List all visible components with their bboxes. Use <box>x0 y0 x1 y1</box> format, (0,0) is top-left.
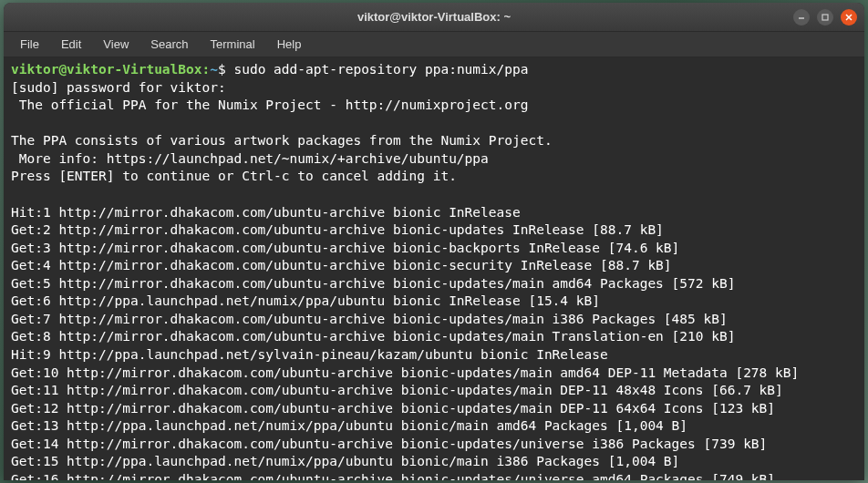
minimize-button[interactable] <box>793 9 810 26</box>
menu-edit[interactable]: Edit <box>52 35 90 54</box>
output-line <box>11 186 857 204</box>
prompt-separator: : <box>202 62 211 77</box>
menubar: File Edit View Search Terminal Help <box>4 32 864 57</box>
output-line: [sudo] password for viktor: <box>11 79 857 98</box>
maximize-icon <box>821 13 830 22</box>
prompt-path: ~ <box>210 62 218 77</box>
output-line: Get:2 http://mirror.dhakacom.com/ubuntu-… <box>11 221 857 240</box>
output-line <box>11 115 857 133</box>
menu-search[interactable]: Search <box>141 35 197 54</box>
output-line: Press [ENTER] to continue or Ctrl-c to c… <box>11 168 857 186</box>
output-line: More info: https://launchpad.net/~numix/… <box>11 150 857 169</box>
close-button[interactable] <box>841 9 857 26</box>
output-line: Get:7 http://mirror.dhakacom.com/ubuntu-… <box>11 311 857 329</box>
output-line: The PPA consists of various artwork pack… <box>11 132 857 150</box>
output-line: Get:6 http://ppa.launchpad.net/numix/ppa… <box>11 293 857 311</box>
prompt-symbol: $ <box>218 62 226 77</box>
menu-file[interactable]: File <box>11 35 48 54</box>
maximize-button[interactable] <box>817 9 833 26</box>
output-line: Get:3 http://mirror.dhakacom.com/ubuntu-… <box>11 240 857 258</box>
output-line: The official PPA for the Numix Project -… <box>11 97 857 115</box>
titlebar[interactable]: viktor@viktor-VirtualBox: ~ <box>4 3 864 32</box>
close-icon <box>844 13 853 22</box>
output-line: Get:15 http://ppa.launchpad.net/numix/pp… <box>11 453 857 471</box>
output-line: Get:10 http://mirror.dhakacom.com/ubuntu… <box>11 365 857 383</box>
output-line: Get:11 http://mirror.dhakacom.com/ubuntu… <box>11 382 857 400</box>
window-title: viktor@viktor-VirtualBox: ~ <box>4 10 864 24</box>
terminal-output: [sudo] password for viktor: The official… <box>11 79 857 480</box>
output-line: Get:5 http://mirror.dhakacom.com/ubuntu-… <box>11 275 857 293</box>
command-text: sudo add-apt-repository ppa:numix/ppa <box>233 62 528 77</box>
output-line: Get:12 http://mirror.dhakacom.com/ubuntu… <box>11 400 857 418</box>
prompt-line: viktor@viktor-VirtualBox:~$ sudo add-apt… <box>11 61 857 79</box>
output-line: Get:8 http://mirror.dhakacom.com/ubuntu-… <box>11 328 857 346</box>
terminal-window: viktor@viktor-VirtualBox: ~ File Edit Vi… <box>4 3 864 480</box>
menu-view[interactable]: View <box>94 35 138 54</box>
output-line: Get:14 http://mirror.dhakacom.com/ubuntu… <box>11 436 857 454</box>
svg-rect-1 <box>822 15 828 20</box>
terminal-content[interactable]: viktor@viktor-VirtualBox:~$ sudo add-apt… <box>4 57 864 480</box>
menu-help[interactable]: Help <box>268 35 311 54</box>
window-controls <box>793 9 857 26</box>
prompt-user-host: viktor@viktor-VirtualBox <box>11 62 202 77</box>
output-line: Hit:1 http://mirror.dhakacom.com/ubuntu-… <box>11 204 857 222</box>
output-line: Get:4 http://mirror.dhakacom.com/ubuntu-… <box>11 257 857 275</box>
output-line: Get:13 http://ppa.launchpad.net/numix/pp… <box>11 417 857 436</box>
menu-terminal[interactable]: Terminal <box>202 35 264 54</box>
output-line: Hit:9 http://ppa.launchpad.net/sylvain-p… <box>11 346 857 365</box>
output-line: Get:16 http://mirror.dhakacom.com/ubuntu… <box>11 471 857 480</box>
minimize-icon <box>797 13 806 22</box>
